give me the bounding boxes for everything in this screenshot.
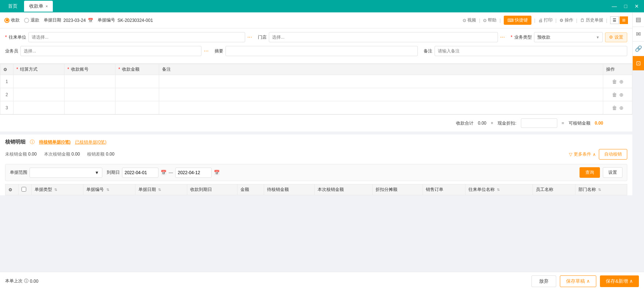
save-draft-btn[interactable]: 保存草稿 ∧: [560, 275, 596, 287]
row-2-amount[interactable]: [115, 88, 159, 101]
salesperson-more-btn[interactable]: ···: [204, 48, 208, 54]
more-conditions-btn[interactable]: ▽ 更多条件 ∧: [569, 151, 596, 157]
salesperson-label: 业务员: [5, 48, 18, 54]
sort-doc-date-icon[interactable]: ⇅: [158, 188, 161, 192]
salesperson-input[interactable]: [20, 46, 201, 56]
tab-home[interactable]: 首页: [3, 1, 23, 12]
row-2-settle[interactable]: [13, 88, 64, 101]
counterparty-field: * 往来单位 ···: [5, 32, 252, 42]
right-panel-table-btn[interactable]: ▤: [633, 12, 644, 27]
writeoff-section: 核销明细 ⓘ 待核销单据(0笔) 已核销单据(0笔) 未核销金额 0.00 本次…: [0, 134, 632, 195]
row-1-note[interactable]: [159, 75, 603, 88]
btable-check-col[interactable]: [19, 184, 32, 195]
row-3-note[interactable]: [159, 101, 603, 114]
query-btn[interactable]: 查询: [580, 167, 600, 178]
counterparty-more-btn[interactable]: ···: [247, 34, 252, 40]
maximize-btn[interactable]: □: [622, 3, 629, 10]
right-panel-clip-btn[interactable]: 🔗: [633, 42, 644, 56]
row-2-copy-icon[interactable]: ⊕: [619, 92, 624, 98]
settings-button[interactable]: ⚙ 设置: [605, 32, 627, 42]
range-select[interactable]: ▼: [30, 168, 102, 178]
row-3-delete-icon[interactable]: 🗑: [612, 105, 617, 111]
table-settle-header: * 结算方式: [13, 64, 64, 75]
row-1-copy-icon[interactable]: ⊕: [619, 79, 624, 85]
row-1-amount[interactable]: [115, 75, 159, 88]
select-all-checkbox[interactable]: [21, 187, 26, 192]
toolbar-row: 收款 退款 单据日期 2023-03-24 📅 单据编号: [0, 12, 632, 28]
btable-discount-col: 折扣分摊额: [373, 184, 423, 195]
equals-sign: =: [562, 121, 564, 126]
store-more-btn[interactable]: ···: [500, 34, 505, 40]
done-tab[interactable]: 已核销单据(0笔): [75, 139, 107, 145]
discard-btn[interactable]: 放弃: [531, 275, 556, 287]
doc-date-label: 单据日期: [44, 17, 61, 23]
discount-input[interactable]: [521, 118, 557, 128]
row-3-copy-icon[interactable]: ⊕: [619, 105, 624, 111]
row-2-note[interactable]: [159, 88, 603, 101]
list-view-btn[interactable]: ☰: [610, 16, 619, 24]
row-2-account[interactable]: [64, 88, 115, 101]
sort-doc-no-icon[interactable]: ⇅: [106, 188, 109, 192]
refund-radio[interactable]: 退款: [24, 17, 39, 23]
row-1-account[interactable]: [64, 75, 115, 88]
right-panel: ▤ ✉ 🔗 ⊡: [632, 12, 644, 71]
history-link[interactable]: 🗒 历史单据: [580, 17, 603, 23]
print-link[interactable]: 🖨 打印: [538, 17, 553, 23]
close-btn[interactable]: ✕: [632, 3, 641, 10]
date-separator: —: [169, 170, 173, 175]
save-new-label: 保存&新增: [606, 278, 628, 285]
operation-link[interactable]: ⚙ 操作: [559, 17, 573, 23]
receipt-radio[interactable]: 收款: [4, 17, 20, 23]
shortcut-icon: ⌨: [507, 18, 514, 23]
right-panel-mail-btn[interactable]: ✉: [633, 27, 644, 42]
table-note-header: 备注: [159, 64, 603, 75]
right-panel-screen-btn[interactable]: ⊡: [633, 56, 644, 71]
counterparty-required: *: [5, 35, 7, 40]
auto-writeoff-btn[interactable]: 自动核销: [599, 149, 627, 160]
row-1-settle[interactable]: [13, 75, 64, 88]
remark-input[interactable]: [435, 46, 627, 56]
minimize-btn[interactable]: —: [610, 3, 619, 10]
row-3-amount[interactable]: [115, 101, 159, 114]
pending-tab[interactable]: 待核销单据(0笔): [39, 139, 71, 145]
filter-actions: 查询 设置: [580, 167, 623, 178]
table-icon: ▤: [636, 16, 641, 23]
sort-doc-type-icon[interactable]: ⇅: [54, 188, 57, 192]
sort-counterparty-icon[interactable]: ⇅: [497, 188, 500, 192]
due-date-from-input[interactable]: [122, 168, 158, 178]
store-input[interactable]: [269, 32, 498, 42]
shortcut-btn[interactable]: ⌨ 快捷键: [504, 16, 531, 25]
table-op-header: 操作: [603, 64, 632, 75]
video-link[interactable]: ⊙ 视频: [463, 17, 476, 23]
btable-gear-col[interactable]: ⚙: [5, 184, 19, 195]
business-type-select[interactable]: 预收款 ▼: [534, 32, 603, 42]
row-3-account[interactable]: [64, 101, 115, 114]
doc-no-value: SK-20230324-001: [117, 18, 153, 23]
summary-input[interactable]: [225, 46, 418, 56]
sort-dept-icon[interactable]: ⇅: [598, 188, 601, 192]
grid-view-btn[interactable]: ⊞: [620, 16, 628, 24]
due-date-to-input[interactable]: [175, 168, 212, 178]
chevron-up-icon: ∧: [593, 152, 596, 157]
this-order-info-icon[interactable]: ⓘ: [24, 278, 28, 284]
save-draft-arrow-icon: ∧: [586, 278, 590, 284]
table-gear-header[interactable]: ⚙: [0, 64, 13, 75]
row-2-delete-icon[interactable]: 🗑: [612, 92, 617, 98]
help-link[interactable]: ⊙ 帮助: [483, 17, 496, 23]
clip-icon: 🔗: [635, 45, 642, 52]
row-3-settle[interactable]: [13, 101, 64, 114]
tab-current[interactable]: 收款单 ×: [24, 1, 53, 12]
row-1-delete-icon[interactable]: 🗑: [612, 79, 617, 85]
to-calendar-icon[interactable]: 📅: [214, 170, 220, 175]
from-calendar-icon[interactable]: 📅: [161, 170, 166, 175]
counterparty-input[interactable]: [28, 32, 245, 42]
sep3: |: [534, 18, 535, 23]
operation-label: 操作: [565, 17, 573, 23]
filter-settings-btn[interactable]: 设置: [603, 167, 623, 178]
tab-close-icon[interactable]: ×: [46, 4, 48, 8]
writeoff-info-icon[interactable]: ⓘ: [30, 139, 35, 145]
sep2: |: [499, 18, 500, 23]
form-area: * 往来单位 ··· 门店 ···: [0, 28, 632, 64]
save-new-btn[interactable]: 保存&新增 ∧: [600, 275, 639, 287]
doc-date-calendar-icon[interactable]: 📅: [88, 18, 93, 23]
